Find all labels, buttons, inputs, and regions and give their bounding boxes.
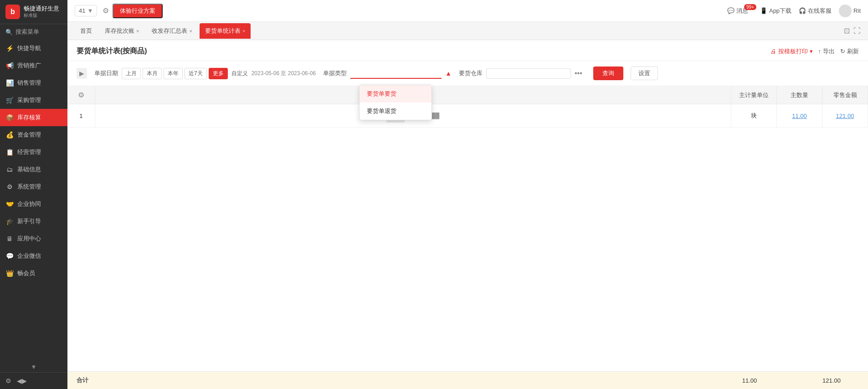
export-btn[interactable]: ↑ 导出 (818, 47, 835, 56)
warehouse-more-icon[interactable]: ••• (575, 69, 582, 77)
logo-text-area: 畅捷通好生意 标准版 (24, 5, 59, 19)
tab-restore-icon[interactable]: ⊡ (844, 26, 850, 35)
tabs-bar: 首页 库存批次账 × 收发存汇总表 × 要货单统计表 × ⊡ ⛶ (67, 22, 868, 40)
tabs-right-actions: ⊡ ⛶ (844, 26, 861, 35)
user-avatar-area[interactable]: Rit (839, 5, 861, 17)
sidebar-item-basic-info[interactable]: 🗂 基础信息 (0, 161, 67, 178)
refresh-btn[interactable]: ↻ 刷新 (840, 47, 859, 56)
logo-icon: b (5, 5, 20, 19)
appcenter-icon: 🖥 (5, 235, 14, 242)
query-btn[interactable]: 查询 (593, 67, 623, 80)
main-area: 41 ▼ ⚙ 体验行业方案 💬 消息 99+ 📱 App下载 🎧 在线客服 (67, 0, 868, 389)
table-row: 1 ████████ 块 11.00 (67, 104, 868, 128)
app-version: 标准版 (24, 12, 59, 19)
template-print-btn[interactable]: 🖨 按模板打印 ▾ (770, 47, 813, 56)
vip-icon: 👑 (5, 270, 14, 277)
store-selector[interactable]: 41 ▼ (75, 5, 97, 16)
dropdown-option-1[interactable]: 要货单退货 (360, 102, 431, 120)
date-btn-this-year[interactable]: 本年 (164, 68, 183, 79)
sidebar-item-newguide[interactable]: 🎓 新手引导 (0, 213, 67, 230)
settings-btn[interactable]: ⚙ (5, 377, 11, 384)
tab-close-icon[interactable]: × (189, 28, 192, 34)
sidebar-search[interactable]: 🔍 搜索菜单 (0, 24, 67, 40)
finance-icon: 💰 (5, 131, 14, 138)
row-index: 1 (67, 104, 95, 128)
settings-filter-btn[interactable]: 设置 (631, 67, 658, 80)
th-unit: 主计量单位 (731, 86, 777, 104)
dropdown-option-0[interactable]: 要货单要货 (360, 85, 431, 102)
row-unit: 块 (731, 104, 777, 128)
msg-btn[interactable]: 💬 消息 99+ (727, 7, 753, 15)
topbar-right: 💬 消息 99+ 📱 App下载 🎧 在线客服 Rit (727, 5, 861, 17)
sidebar-item-quicknav[interactable]: ⚡ 快捷导航 (0, 40, 67, 57)
purchase-icon: 🛒 (5, 97, 14, 104)
type-filter-input[interactable] (350, 68, 442, 79)
warehouse-filter-group: 要货仓库 ••• (459, 68, 582, 79)
sidebar-item-corpwx[interactable]: 💬 企业微信 (0, 247, 67, 265)
store-dropdown-icon: ▼ (87, 7, 93, 14)
store-num: 41 (79, 7, 85, 14)
tab-close-icon[interactable]: × (242, 28, 245, 34)
row-qty: 11.00 (777, 104, 822, 128)
app-download-btn[interactable]: 📱 App下载 (760, 7, 791, 15)
table-gear-icon[interactable]: ⚙ (78, 91, 84, 99)
date-range-display: 2023-05-06 至 2023-06-06 (252, 70, 316, 77)
sidebar-item-label: 新手引导 (17, 217, 41, 225)
data-table: ⚙ 商品 主计量单位 主数量 零售金额 (67, 86, 868, 128)
tab-receive-summary[interactable]: 收发存汇总表 × (146, 23, 197, 39)
sidebar-item-collab[interactable]: 🤝 企业协同 (0, 195, 67, 213)
date-preset-btns: 上月 本月 本年 近7天 更多 (122, 68, 228, 79)
sidebar-item-finance[interactable]: 💰 资金管理 (0, 126, 67, 143)
date-custom-btn[interactable]: 自定义 (231, 70, 248, 77)
collapse-btn[interactable]: ◀▶ (17, 377, 27, 384)
tab-home[interactable]: 首页 (75, 23, 98, 39)
footer-qty: 11.00 (742, 377, 757, 384)
warehouse-filter-input[interactable] (486, 68, 571, 79)
footer-total-label: 合计 (77, 376, 88, 384)
collab-icon: 🤝 (5, 200, 14, 208)
sidebar-item-sales[interactable]: 📊 销售管理 (0, 74, 67, 92)
footer-qty-spacer: 11.00 (722, 377, 777, 384)
sidebar-item-marketing[interactable]: 📢 营销推广 (0, 57, 67, 74)
tab-label: 收发存汇总表 (152, 27, 187, 35)
basic-info-icon: 🗂 (5, 166, 14, 173)
sidebar: b 畅捷通好生意 标准版 🔍 搜索菜单 ⚡ 快捷导航 📢 营销推广 📊 销售管理… (0, 0, 67, 389)
app-icon: 📱 (760, 7, 767, 14)
filter-expand-btn[interactable]: ▶ (77, 68, 87, 79)
tab-maximize-icon[interactable]: ⛶ (853, 27, 861, 35)
app-name: 畅捷通好生意 (24, 5, 59, 12)
service-icon: 🎧 (799, 7, 806, 14)
sidebar-item-operations[interactable]: 📋 经营管理 (0, 143, 67, 161)
service-btn[interactable]: 🎧 在线客服 (799, 7, 832, 15)
sidebar-item-label: 资金管理 (17, 131, 41, 139)
type-filter-arrow-icon[interactable]: ▲ (445, 70, 452, 77)
sidebar-nav: ⚡ 快捷导航 📢 营销推广 📊 销售管理 🛒 采购管理 📦 库存核算 💰 资金管… (0, 40, 67, 362)
export-icon: ↑ (818, 48, 822, 55)
sidebar-item-inventory[interactable]: 📦 库存核算 (0, 109, 67, 126)
tab-order-stats[interactable]: 要货单统计表 × (200, 23, 251, 39)
user-avatar (839, 5, 852, 17)
th-gear: ⚙ (67, 86, 95, 104)
sidebar-item-system[interactable]: ⚙ 系统管理 (0, 178, 67, 195)
type-dropdown: 要货单要货 要货单退货 (359, 85, 432, 120)
app-label: App下载 (769, 7, 791, 15)
sidebar-scroll-down[interactable]: ▼ (0, 362, 67, 372)
sidebar-item-label: 企业微信 (17, 252, 41, 260)
msg-icon: 💬 (727, 7, 734, 14)
date-btn-up-month[interactable]: 上月 (122, 68, 141, 79)
corpwx-icon: 💬 (5, 252, 14, 260)
date-btn-this-month[interactable]: 本月 (143, 68, 162, 79)
date-btn-week[interactable]: 近7天 (185, 68, 207, 79)
tab-label: 库存批次账 (105, 27, 134, 35)
sidebar-item-appcenter[interactable]: 🖥 应用中心 (0, 230, 67, 247)
sidebar-item-vip[interactable]: 👑 畅会员 (0, 265, 67, 282)
trial-btn[interactable]: 体验行业方案 (113, 4, 163, 18)
date-btn-more[interactable]: 更多 (209, 68, 228, 79)
footer-amount: 121.00 (822, 377, 841, 384)
marketing-icon: 📢 (5, 62, 14, 69)
sidebar-item-purchase[interactable]: 🛒 采购管理 (0, 92, 67, 109)
tab-inventory-batch[interactable]: 库存批次账 × (99, 23, 144, 39)
date-filter-group: 单据日期 上月 本月 本年 近7天 更多 自定义 2023-05-06 至 20… (94, 68, 316, 79)
topbar-gear-icon[interactable]: ⚙ (103, 6, 109, 15)
tab-close-icon[interactable]: × (136, 28, 139, 34)
